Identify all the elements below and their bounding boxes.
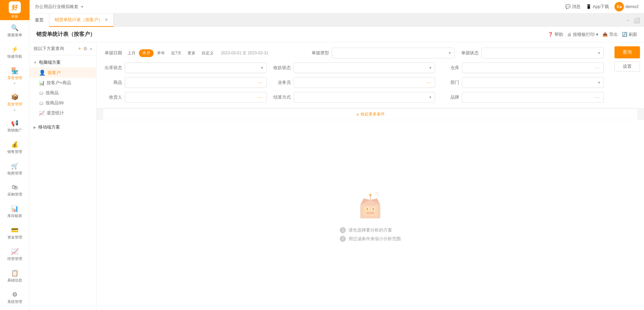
brand-dots: ··· — [595, 95, 600, 100]
tab-sales-stat[interactable]: 销货单统计表（按客户） ✕ — [49, 13, 114, 27]
svg-point-8 — [372, 208, 374, 210]
filter-recipient-label: 收货人 — [103, 94, 122, 100]
sidebar-label-10: 经营管理 — [7, 256, 22, 261]
sidebar-icon-6: 🛒 — [11, 162, 18, 170]
scheme-item-by-goods[interactable]: 🗂 按商品 — [30, 88, 96, 98]
collapse-label: 收起更多条件 — [361, 111, 385, 117]
sidebar-item-4[interactable]: 📢营销推广 — [0, 115, 29, 137]
sidebar-icon-11: 📋 — [11, 269, 18, 277]
message-btn[interactable]: 💬 消息 — [565, 4, 581, 10]
collapse-up-icon: ∧ — [356, 112, 359, 117]
sidebar-item-11[interactable]: 📋基础信息 — [0, 265, 29, 287]
salesman-dots: ··· — [427, 80, 432, 85]
tab-close-icon[interactable]: ✕ — [105, 17, 108, 22]
sidebar-item-1[interactable]: ⚡快捷导航 — [0, 42, 29, 63]
sidebar-item-2[interactable]: 🏪零售管理▼ — [0, 63, 29, 89]
empty-tips: 1 请先选择要分析的方案 2 用过滤条件来缩小分析范围 — [340, 227, 401, 242]
scheme-item-by-goods99[interactable]: 🗂 按商品99 — [30, 98, 96, 108]
filter-department-control[interactable]: ▾ — [462, 77, 604, 88]
print-icon: 🖨 — [567, 32, 572, 37]
app-download-btn[interactable]: 📱 App下载 — [586, 4, 609, 10]
date-tab-this-year[interactable]: 本年 — [154, 49, 168, 57]
department-arrow: ▾ — [598, 80, 600, 85]
scheme-add-btn[interactable]: + — [78, 46, 81, 52]
export-btn[interactable]: 📤 导出 — [602, 32, 618, 38]
filter-payment-status-control[interactable]: ▾ — [293, 62, 435, 73]
filter-order-status-item: 单据状态 ▾ — [460, 48, 604, 58]
sidebar-item-12[interactable]: ⚙系统管理 — [0, 287, 29, 308]
scheme-group-mobile-header[interactable]: ▶ 移动端方案 — [30, 122, 96, 132]
empty-tip-2: 2 用过滤条件来缩小分析范围 — [340, 236, 401, 242]
filter-brand-control[interactable]: ··· — [462, 92, 604, 103]
sidebar-expand-arrow-2: ▼ — [13, 82, 16, 85]
tab-home[interactable]: 首页 — [30, 13, 49, 27]
filter-order-status-control[interactable]: ▾ — [481, 48, 604, 58]
date-tab-last-month[interactable]: 上月 — [125, 49, 138, 57]
scheme-collapse-btn[interactable]: « — [90, 46, 92, 51]
tip-num-1: 1 — [340, 227, 346, 233]
print-btn[interactable]: 🖨 按模板打印 ▾ — [567, 32, 598, 38]
filter-order-type-label: 单据类型 — [310, 50, 329, 56]
filter-goods-control[interactable]: ··· — [125, 77, 267, 88]
scheme-header: 按以下方案查询 + ⚙ « — [30, 42, 96, 55]
sidebar-item-13[interactable]: 🤝企业协同 — [0, 308, 29, 310]
refresh-icon: 🔄 — [622, 32, 627, 37]
scheme-settings-btn[interactable]: ⚙ — [83, 46, 88, 51]
sidebar-item-3[interactable]: 📦批发管理▲ — [0, 89, 29, 115]
scheme-item-by-customer-goods[interactable]: 📊 按客户+商品 — [30, 78, 96, 88]
username: demo2 — [625, 4, 639, 9]
filter-salesman-control[interactable]: ··· — [293, 77, 435, 88]
date-tab-7days[interactable]: 近7天 — [168, 49, 184, 57]
filter-settle-control[interactable]: ▾ — [293, 92, 435, 103]
filter-out-status-control[interactable]: ▾ — [125, 62, 267, 73]
sidebar-item-0[interactable]: 🔍搜索菜单 — [0, 20, 29, 42]
scheme-title: 按以下方案查询 — [34, 46, 64, 52]
sidebar-item-8[interactable]: 📊库存核算 — [0, 201, 29, 222]
filter-recipient-control[interactable]: ··· — [125, 92, 267, 103]
sidebar-item-6[interactable]: 🛒电商管理 — [0, 158, 29, 180]
filter-payment-status-item: 收款状态 ▾ — [272, 62, 435, 73]
settings-btn[interactable]: 设置 — [614, 61, 640, 72]
date-tab-custom[interactable]: 自定义 — [199, 49, 216, 57]
scheme-group-desktop-header[interactable]: ▼ 电脑端方案 — [30, 57, 96, 67]
scheme-group-desktop: ▼ 电脑端方案 👤 按客户 📊 按客户+商品 🗂 按商品 — [30, 55, 96, 120]
sidebar-label-5: 销售管理 — [7, 149, 22, 154]
page-title: 销货单统计表（按客户） — [36, 31, 95, 38]
header-right: 💬 消息 📱 App下载 Ea demo2 — [565, 2, 639, 11]
sidebar-icon-4: 📢 — [11, 119, 18, 127]
sidebar-item-10[interactable]: 📈经营管理 — [0, 244, 29, 265]
tab-bar: 首页 销货单统计表（按客户） ✕ － ⬜ — [30, 13, 644, 27]
help-label: 帮助 — [554, 32, 563, 38]
query-btn[interactable]: 查询 — [614, 46, 640, 58]
sidebar-label-1: 快捷导航 — [7, 54, 22, 59]
sidebar-label-4: 营销推广 — [7, 128, 22, 133]
sidebar-icon-7: 🛍 — [12, 184, 18, 191]
scheme-item-returns[interactable]: 📈 退货统计 — [30, 108, 96, 118]
maximize-btn[interactable]: ⬜ — [633, 17, 640, 23]
collapse-bar[interactable]: ∧ 收起更多条件 — [103, 108, 637, 120]
refresh-btn[interactable]: 🔄 刷新 — [622, 32, 637, 38]
help-btn[interactable]: ❓ 帮助 — [548, 32, 563, 38]
download-icon: 📱 — [586, 4, 591, 9]
sidebar-label-12: 系统管理 — [7, 299, 22, 304]
sidebar-label-7: 采购管理 — [7, 192, 22, 197]
filter-warehouse-control[interactable]: ··· — [462, 62, 604, 73]
scheme-item-by-customer[interactable]: 👤 按客户 — [30, 67, 96, 78]
filter-order-type-control[interactable]: ▾ — [332, 48, 454, 58]
filter-department-label: 部门 — [440, 80, 459, 86]
group-arrow-icon: ▼ — [34, 61, 37, 64]
minimize-btn[interactable]: － — [625, 17, 631, 24]
customer-goods-icon: 📊 — [39, 80, 45, 86]
user-area[interactable]: Ea demo2 — [614, 2, 639, 11]
sidebar-item-7[interactable]: 🛍采购管理 — [0, 180, 29, 201]
sidebar-icon-2: 🏪 — [11, 67, 18, 74]
sidebar-label-3: 批发管理 — [7, 102, 22, 107]
action-col: 查询 设置 — [610, 42, 644, 108]
tab-home-label: 首页 — [35, 17, 44, 23]
sidebar-item-9[interactable]: 💳资金管理 — [0, 222, 29, 244]
date-tab-this-month[interactable]: 本月 — [139, 49, 154, 57]
sidebar-item-5[interactable]: 💰销售管理 — [0, 137, 29, 158]
sidebar-label-2: 零售管理 — [7, 75, 22, 81]
breadcrumb-dropdown[interactable]: ▾ — [81, 4, 83, 9]
date-tab-more[interactable]: 更多 — [185, 49, 198, 57]
